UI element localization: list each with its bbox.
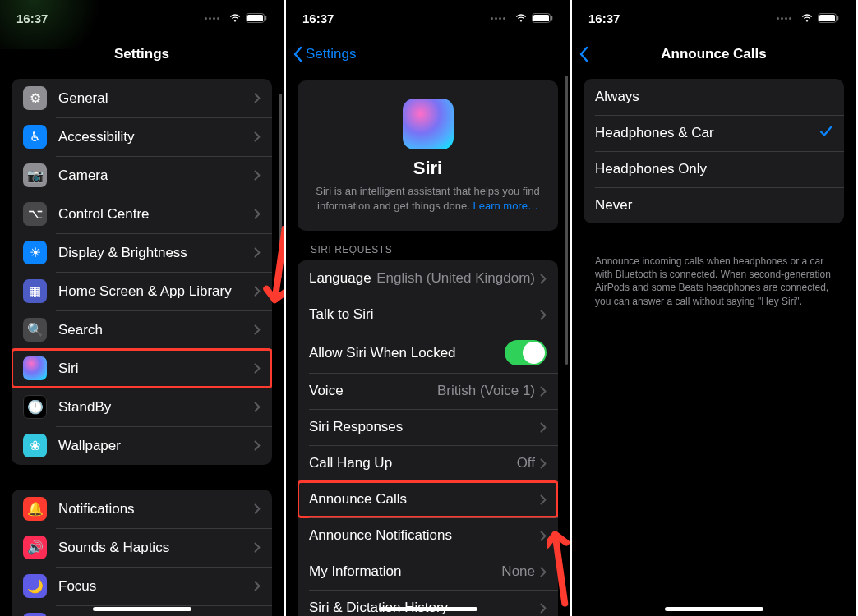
scroll-area[interactable]: AlwaysHeadphones & CarHeadphones OnlyNev… bbox=[572, 72, 856, 616]
home-indicator[interactable] bbox=[93, 607, 191, 611]
row-label: StandBy bbox=[58, 399, 254, 416]
row-announce-calls[interactable]: Announce Calls bbox=[298, 481, 558, 517]
back-button[interactable] bbox=[579, 46, 592, 62]
option-headphones-only[interactable]: Headphones Only bbox=[584, 151, 844, 187]
row-siri-responses[interactable]: Siri Responses bbox=[298, 409, 558, 445]
row-accessibility[interactable]: ♿︎Accessibility bbox=[12, 117, 272, 156]
chevron-right-icon bbox=[254, 170, 261, 181]
cellular-dots-icon bbox=[205, 17, 219, 20]
row-label: Headphones & Car bbox=[595, 125, 819, 141]
footer-explanation: Announce incoming calls when headphones … bbox=[572, 248, 856, 315]
row-my-info[interactable]: My InformationNone bbox=[298, 554, 558, 590]
siri-hero-card: Siri Siri is an intelligent assistant th… bbox=[298, 80, 558, 231]
row-label: Talk to Siri bbox=[309, 306, 540, 323]
settings-pane: 16:37 Settings ⚙︎General♿︎Accessibility📷… bbox=[0, 0, 286, 616]
chevron-right-icon bbox=[540, 494, 547, 505]
row-label: Accessibility bbox=[58, 129, 254, 145]
row-notifications[interactable]: 🔔Notifications bbox=[12, 490, 272, 528]
back-button[interactable]: Settings bbox=[293, 46, 356, 62]
row-general[interactable]: ⚙︎General bbox=[12, 79, 272, 117]
wifi-icon bbox=[514, 13, 528, 23]
row-talk-to-siri[interactable]: Talk to Siri bbox=[298, 297, 558, 333]
row-wallpaper[interactable]: ❀Wallpaper bbox=[12, 426, 272, 465]
settings-group-2: 🔔Notifications🔊Sounds & Haptics🌙Focus⏳Sc… bbox=[12, 490, 272, 616]
page-title: Announce Calls bbox=[661, 46, 766, 62]
wifi-icon bbox=[228, 13, 242, 23]
nav-bar: Settings bbox=[0, 36, 284, 72]
option-never[interactable]: Never bbox=[584, 187, 844, 223]
row-value: British (Voice 1) bbox=[437, 383, 535, 399]
row-label: Always bbox=[595, 89, 833, 105]
status-bar: 16:37 bbox=[0, 0, 284, 36]
row-label: Focus bbox=[58, 578, 254, 595]
chevron-right-icon bbox=[254, 93, 261, 103]
row-standby[interactable]: 🕘StandBy bbox=[12, 388, 272, 426]
row-camera[interactable]: 📷Camera bbox=[12, 156, 272, 195]
home-indicator[interactable] bbox=[665, 607, 763, 611]
status-right bbox=[205, 13, 267, 23]
scroll-area[interactable]: Siri Siri is an intelligent assistant th… bbox=[286, 72, 570, 616]
chevron-right-icon bbox=[254, 131, 261, 142]
row-label: Notifications bbox=[58, 501, 254, 517]
row-dictation-hist[interactable]: Siri & Dictation History bbox=[298, 590, 558, 616]
scrollbar-thumb[interactable] bbox=[279, 94, 282, 278]
accessibility-icon: ♿︎ bbox=[23, 125, 47, 149]
cellular-dots-icon bbox=[491, 17, 505, 20]
row-allow-locked[interactable]: Allow Siri When Locked bbox=[298, 333, 558, 373]
row-call-hang-up[interactable]: Call Hang UpOff bbox=[298, 445, 558, 481]
row-search[interactable]: 🔍Search bbox=[12, 310, 272, 349]
toggle-allow-locked[interactable] bbox=[505, 340, 547, 365]
scroll-area[interactable]: ⚙︎General♿︎Accessibility📷Camera⌥Control … bbox=[0, 72, 284, 616]
status-time: 16:37 bbox=[588, 11, 620, 25]
home-screen-icon: ▦ bbox=[23, 279, 47, 303]
home-indicator[interactable] bbox=[379, 607, 477, 611]
chevron-right-icon bbox=[254, 247, 261, 258]
siri-requests-group: LanguageEnglish (United Kingdom)Talk to … bbox=[298, 260, 558, 616]
svg-rect-2 bbox=[265, 16, 267, 21]
screen-time-icon: ⏳ bbox=[23, 613, 47, 616]
svg-rect-7 bbox=[819, 15, 835, 21]
separator bbox=[309, 517, 558, 518]
row-label: Siri bbox=[58, 361, 254, 377]
page-title: Settings bbox=[114, 46, 169, 62]
standby-icon: 🕘 bbox=[23, 395, 47, 419]
chevron-right-icon bbox=[540, 458, 547, 469]
row-language[interactable]: LanguageEnglish (United Kingdom) bbox=[298, 260, 558, 297]
row-focus[interactable]: 🌙Focus bbox=[12, 567, 272, 605]
announce-options-group: AlwaysHeadphones & CarHeadphones OnlyNev… bbox=[584, 79, 844, 223]
row-label: General bbox=[58, 90, 254, 107]
checkmark-icon bbox=[819, 125, 833, 141]
row-announce-notif[interactable]: Announce Notifications bbox=[298, 517, 558, 554]
back-label: Settings bbox=[306, 46, 356, 62]
row-value: None bbox=[501, 563, 535, 580]
battery-icon bbox=[532, 13, 553, 23]
row-label: Sounds & Haptics bbox=[58, 540, 254, 556]
option-always[interactable]: Always bbox=[584, 79, 844, 115]
status-time: 16:37 bbox=[16, 11, 48, 25]
svg-rect-1 bbox=[247, 15, 263, 21]
scrollbar-thumb[interactable] bbox=[565, 76, 568, 365]
option-headphones-car[interactable]: Headphones & Car bbox=[584, 115, 844, 151]
nav-bar: Announce Calls bbox=[572, 36, 856, 72]
svg-rect-4 bbox=[533, 15, 549, 21]
row-display[interactable]: ☀︎Display & Brightness bbox=[12, 233, 272, 272]
display-icon: ☀︎ bbox=[23, 241, 47, 264]
row-home-screen[interactable]: ▦Home Screen & App Library bbox=[12, 272, 272, 310]
wifi-icon bbox=[800, 13, 814, 23]
settings-group-1: ⚙︎General♿︎Accessibility📷Camera⌥Control … bbox=[12, 79, 272, 465]
nav-bar: Settings bbox=[286, 36, 570, 72]
camera-icon: 📷 bbox=[23, 163, 47, 187]
row-voice[interactable]: VoiceBritish (Voice 1) bbox=[298, 373, 558, 409]
row-sounds[interactable]: 🔊Sounds & Haptics bbox=[12, 528, 272, 567]
row-siri[interactable]: Siri bbox=[12, 349, 272, 388]
row-value: English (United Kingdom) bbox=[376, 270, 535, 287]
row-control-centre[interactable]: ⌥Control Centre bbox=[12, 195, 272, 233]
chevron-right-icon bbox=[540, 386, 547, 397]
hero-description: Siri is an intelligent assistant that he… bbox=[311, 184, 545, 213]
hero-title: Siri bbox=[311, 158, 545, 179]
row-label: Allow Siri When Locked bbox=[309, 345, 505, 361]
siri-icon bbox=[23, 356, 47, 380]
chevron-right-icon bbox=[254, 363, 261, 374]
learn-more-link[interactable]: Learn more… bbox=[473, 200, 537, 212]
notifications-icon: 🔔 bbox=[23, 497, 47, 521]
